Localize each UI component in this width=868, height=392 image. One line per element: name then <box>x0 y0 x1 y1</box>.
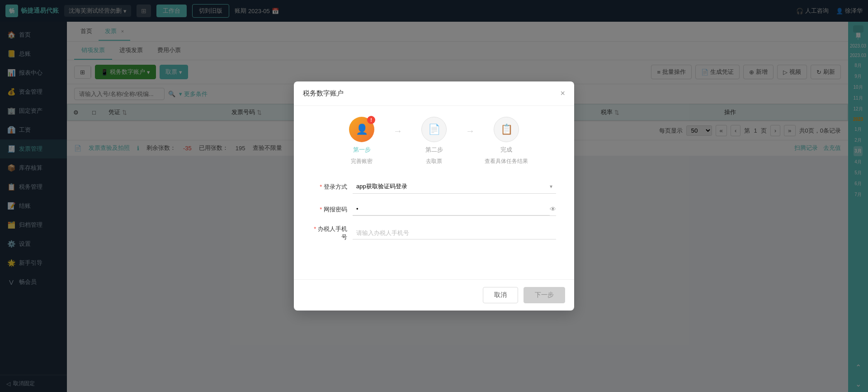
step-1-badge: ! <box>367 116 375 124</box>
dialog-close-button[interactable]: × <box>560 89 565 98</box>
step-arrow-2: → <box>466 117 475 136</box>
dialog-body: 👤 ! 第一步 完善账密 → 📄 第二步 去取票 → <box>294 106 574 279</box>
step-2-icon: 📄 <box>428 124 440 135</box>
web-password-row: * 网报密码 👁 <box>312 203 556 216</box>
web-password-input[interactable] <box>353 203 550 215</box>
step-2-circle: 📄 <box>421 117 447 142</box>
modal-overlay: 税务数字账户 × 👤 ! 第一步 完善账密 → <box>0 0 868 392</box>
login-method-label: * 登录方式 <box>312 183 353 191</box>
dialog-footer: 取消 下一步 <box>294 279 574 311</box>
step-2-label: 第二步 <box>425 146 443 154</box>
step-1-icon: 👤 <box>356 124 368 135</box>
tax-phone-label: * 办税人手机号 <box>312 225 353 241</box>
dialog-form: * 登录方式 app获取验证码登录 ▾ * 网报密码 <box>312 180 556 241</box>
steps-indicator: 👤 ! 第一步 完善账密 → 📄 第二步 去取票 → <box>312 117 556 165</box>
login-method-row: * 登录方式 app获取验证码登录 ▾ <box>312 180 556 194</box>
step-1-label: 第一步 <box>353 146 371 154</box>
required-star: * <box>320 183 322 190</box>
web-password-label: * 网报密码 <box>312 206 353 214</box>
required-star-3: * <box>314 225 316 232</box>
login-method-value: app获取验证码登录 <box>356 182 407 191</box>
dialog-header: 税务数字账户 × <box>294 81 574 106</box>
step-3-desc: 查看具体任务结果 <box>485 158 528 165</box>
tax-phone-row: * 办税人手机号 <box>312 225 556 241</box>
dialog-title: 税务数字账户 <box>303 89 344 98</box>
show-password-icon[interactable]: 👁 <box>550 206 556 213</box>
cancel-button[interactable]: 取消 <box>483 287 518 303</box>
dropdown-arrow-icon: ▾ <box>550 183 552 190</box>
step-3: 📋 完成 查看具体任务结果 <box>475 117 538 165</box>
step-1-desc: 完善账密 <box>351 158 373 165</box>
step-2-desc: 去取票 <box>426 158 442 165</box>
step-arrow-1: → <box>393 117 402 136</box>
step-3-label: 完成 <box>500 146 512 154</box>
step-2: 📄 第二步 去取票 <box>402 117 466 165</box>
next-step-button[interactable]: 下一步 <box>524 287 565 303</box>
step-1-circle: 👤 ! <box>349 117 374 142</box>
digital-account-dialog: 税务数字账户 × 👤 ! 第一步 完善账密 → <box>294 81 574 311</box>
required-star-2: * <box>320 206 322 213</box>
tax-phone-input[interactable] <box>353 227 556 239</box>
step-3-icon: 📋 <box>500 124 513 135</box>
login-method-dropdown[interactable]: app获取验证码登录 ▾ <box>353 180 556 194</box>
step-1: 👤 ! 第一步 完善账密 <box>330 117 393 165</box>
step-3-circle: 📋 <box>494 117 519 142</box>
